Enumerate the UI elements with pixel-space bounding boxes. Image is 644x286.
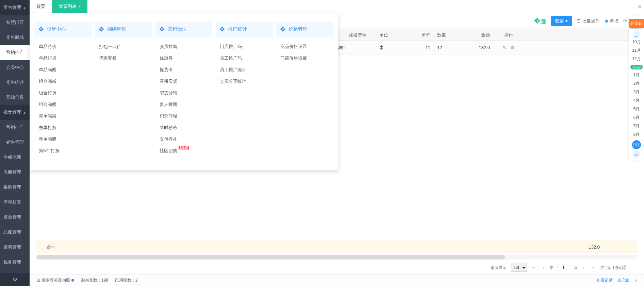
sidebar-item-basic-info[interactable]: 基础信息 (0, 90, 30, 105)
sidebar-item-smart-store[interactable]: 智慧门店 (0, 15, 30, 30)
sidebar-item-ledger[interactable]: 总账管理 (0, 225, 30, 240)
recharge-link[interactable]: 去充值 (617, 277, 630, 283)
sidebar-item-marketing2[interactable]: 营销推广 (0, 120, 30, 135)
chevron-up-icon: ▲ (23, 111, 26, 114)
mega-item[interactable]: 会员分享统计 (216, 76, 273, 87)
sidebar-item-label: 采购管理 (3, 184, 21, 190)
timeline-month[interactable]: 4月 (629, 96, 644, 105)
invoice-date-button[interactable]: 开票日 (629, 19, 644, 28)
mega-item[interactable]: 整单满赠 (35, 133, 92, 145)
add-button[interactable]: ⊕新增 (605, 18, 618, 24)
mega-item[interactable]: 整单满减 (35, 110, 92, 122)
timeline-month[interactable]: 12月 (629, 55, 644, 63)
qr-icon[interactable]: �▦ (534, 17, 546, 25)
mega-item[interactable]: 多人拼团 (155, 99, 212, 110)
timeline-down-icon[interactable]: ︾ (633, 150, 640, 158)
sidebar-item-retail-mall[interactable]: 零售商城 (0, 30, 30, 45)
mega-col-promotion: ❖促销中心 单品特价 单品打折 单品满赠 组合满减 组合打折 组合满赠 整单满减… (35, 22, 92, 157)
sidebar-item-purchase[interactable]: 采购管理 (0, 180, 30, 195)
page-last-icon[interactable]: ⇥ (590, 265, 596, 270)
mega-item[interactable]: 限时秒杀 (155, 122, 212, 133)
delete-icon[interactable]: 🗑 (510, 45, 515, 50)
get-invoice-button[interactable]: 取票 ▾ (551, 16, 572, 26)
sidebar: 零售管理 ▲ 智慧门店 零售商城 营销推广 会员中心 零售统计 基础信息 批发管… (0, 0, 30, 286)
mega-item[interactable]: 组合满赠 (35, 99, 92, 110)
mega-item[interactable]: 单品特价 (35, 41, 92, 52)
sidebar-item-ecom-mgmt[interactable]: 电商管理 (0, 165, 30, 180)
mega-heading: ❖推广统计 (216, 22, 273, 37)
mega-col-play: ❖营销玩法 会员拉新 优惠券 提货卡 直播卖货 裂变分销 多人拼团 积分商城 限… (155, 22, 212, 157)
mega-item[interactable]: 提货卡 (155, 64, 212, 76)
per-page-select[interactable]: 50 (511, 264, 527, 272)
status-close-icon[interactable]: × (634, 278, 637, 283)
mega-item[interactable]: 裂变分销 (155, 87, 212, 99)
mega-item[interactable]: 组合打折 (35, 87, 92, 99)
edit-icon[interactable]: ✎ (502, 45, 506, 50)
sidebar-item-tax[interactable]: 税务管理 (0, 255, 30, 270)
sidebar-item-inventory[interactable]: 库存核算 (0, 195, 30, 210)
mega-item-community[interactable]: 社区团购NEW (155, 145, 212, 157)
sidebar-item-sales-mgmt[interactable]: 销售管理 (0, 135, 30, 150)
mega-item[interactable]: 门店推广码 (216, 41, 273, 52)
status-verify-label: 发票查验及拍照 (42, 278, 70, 283)
remain-label: 剩余张数： (81, 278, 101, 283)
timeline-month[interactable]: 8月 (629, 130, 644, 139)
horizontal-scrollbar[interactable] (36, 255, 637, 259)
sidebar-item-invoice[interactable]: 发票管理 (0, 240, 30, 255)
mega-item[interactable]: 门店价格设置 (276, 52, 333, 64)
page-next-icon[interactable]: › (581, 265, 585, 270)
mega-item[interactable]: 优惠套餐 (95, 52, 152, 64)
price-icon: ❖ (280, 25, 286, 33)
timeline-year[interactable]: 2022 (629, 63, 644, 71)
page-input[interactable] (558, 264, 569, 271)
mega-menu: ❖促销中心 单品特价 单品打折 单品满赠 组合满减 组合打折 组合满赠 整单满减… (30, 13, 338, 170)
tab-home[interactable]: 首页 (30, 0, 52, 13)
sidebar-item-ecommerce[interactable]: 小畅电商 (0, 150, 30, 165)
used-label: 已用张数： (115, 278, 135, 283)
sidebar-group-retail[interactable]: 零售管理 ▲ (0, 0, 30, 15)
sidebar-item-funds[interactable]: 资金管理 (0, 210, 30, 225)
batch-action-button[interactable]: ☰批量操作 (577, 18, 600, 24)
sidebar-item-member-center[interactable]: 会员中心 (0, 60, 30, 75)
page-prefix: 第 (549, 265, 554, 271)
timeline-month-active[interactable]: 9月 (629, 139, 644, 150)
mega-item[interactable]: 整单打折 (35, 122, 92, 133)
invoice-verify-link[interactable]: ▤发票查验及拍照 (36, 277, 74, 283)
page-first-icon[interactable]: ⇤ (531, 265, 537, 270)
mega-item[interactable]: 打包一口价 (95, 41, 152, 52)
timeline-month[interactable]: 3月 (629, 88, 644, 96)
mega-item[interactable]: 组合满减 (35, 76, 92, 87)
mega-item[interactable]: 单品满赠 (35, 64, 92, 76)
sidebar-item-marketing[interactable]: 营销推广 (0, 45, 30, 60)
page-prev-icon[interactable]: ‹ (541, 265, 545, 270)
sidebar-group-wholesale[interactable]: 批发管理 ▲ (0, 105, 30, 120)
mega-item[interactable]: 员工推广码 (216, 52, 273, 64)
tabs-close-all-icon[interactable]: × (638, 3, 641, 11)
mega-item[interactable]: 商品价格设置 (276, 41, 333, 52)
tab-invoice-list[interactable]: 发票列表 × (52, 0, 87, 13)
package-icon: ❖ (98, 25, 104, 33)
timeline-month[interactable]: 6月 (629, 113, 644, 122)
mega-item[interactable]: 单品打折 (35, 52, 92, 64)
sidebar-item-label: 智慧门店 (6, 19, 24, 26)
mega-item[interactable]: 支付有礼 (155, 133, 212, 145)
mega-item[interactable]: 优惠券 (155, 52, 212, 64)
timeline-month[interactable]: 11月 (629, 46, 644, 55)
scrollbar-thumb[interactable] (36, 255, 505, 259)
mega-item[interactable]: 会员拉新 (155, 41, 212, 52)
sidebar-item-retail-stats[interactable]: 零售统计 (0, 75, 30, 90)
deduct-log-link[interactable]: 扣费记录 (596, 277, 613, 283)
mega-item[interactable]: 直播卖货 (155, 76, 212, 87)
timeline-month[interactable]: 1月 (629, 71, 644, 79)
timeline-up-icon[interactable]: ︽ (633, 30, 640, 38)
mega-item[interactable]: 员工推广统计 (216, 64, 273, 76)
mega-item[interactable]: 第N件打折 (35, 145, 92, 157)
timeline-month[interactable]: 10月 (629, 38, 644, 46)
timeline-month[interactable]: 5月 (629, 105, 644, 113)
mega-item[interactable]: 积分商城 (155, 110, 212, 122)
td-amount: 132.0 (464, 45, 493, 50)
close-icon[interactable]: × (79, 4, 81, 9)
timeline-month[interactable]: 2月 (629, 79, 644, 88)
timeline-month[interactable]: 7月 (629, 122, 644, 130)
settings-gear-icon[interactable]: ⚙ (0, 273, 30, 286)
